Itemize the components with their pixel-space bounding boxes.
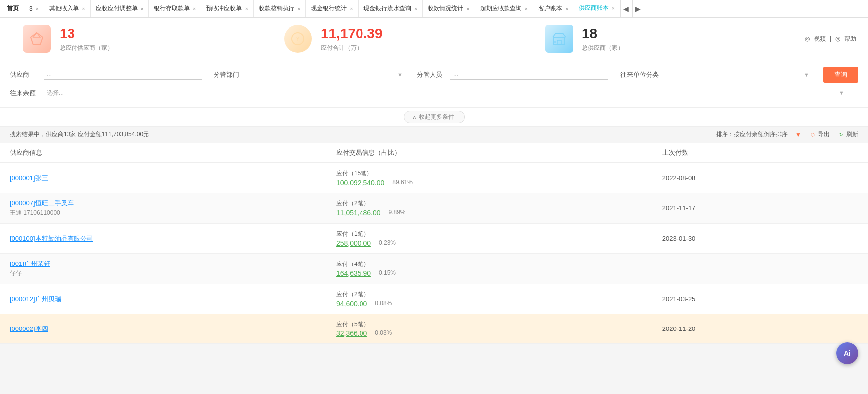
close-icon[interactable]: × [82, 6, 85, 12]
tx-info-cell: 应付（2笔） 94,600.00 0.08% [336, 290, 662, 308]
nav-tab-cash-flow-query[interactable]: 现金银行流水查询 × [359, 0, 423, 18]
nav-tab-home[interactable]: 首页 [2, 0, 24, 18]
refresh-label: 刷新 [846, 131, 858, 139]
payable-suppliers-number: 13 [60, 25, 113, 42]
close-icon[interactable]: × [525, 6, 528, 12]
refresh-button[interactable]: ↻ 刷新 [838, 131, 858, 139]
results-bar: 搜索结果中，供应商13家 应付金额111,703,854.00元 排序：按应付余… [0, 127, 868, 143]
filter-dept: 分管部门 ▼ [214, 70, 405, 80]
diamond-icon [22, 24, 52, 54]
balance-label: 往来余额 [10, 89, 40, 98]
payable-total-number: 11,170.39 [321, 25, 383, 42]
help-link[interactable]: 帮助 [844, 35, 856, 43]
nav-next-arrow[interactable]: ▶ [632, 0, 644, 18]
close-icon[interactable]: × [414, 6, 417, 12]
close-icon[interactable]: × [36, 6, 39, 12]
filter-row-2: 往来余额 选择... ▼ [10, 88, 858, 98]
tx-label: 应付（2笔） [336, 199, 662, 208]
tx-amount[interactable]: 11,051,486.00 [336, 209, 381, 217]
dept-select[interactable] [247, 70, 405, 80]
tx-amount[interactable]: 94,600.00 [336, 300, 367, 308]
tx-amount[interactable]: 100,092,540.00 [336, 179, 384, 187]
payable-suppliers-label: 总应付供应商（家） [60, 44, 113, 52]
export-label: 导出 [818, 131, 830, 139]
dept-select-wrapper: ▼ [247, 70, 405, 80]
close-icon[interactable]: × [565, 6, 568, 12]
summary-card-payable-suppliers: 13 总应付供应商（家） [10, 24, 271, 54]
supplier-link[interactable]: [001]广州荣轩 [10, 260, 336, 268]
close-icon[interactable]: × [297, 6, 300, 12]
col-header-tx: 应付交易信息（占比） [336, 148, 662, 157]
table-row: [000001]张三 应付（15笔） 100,092,540.00 89.61%… [0, 163, 868, 193]
tx-percent: 0.15% [379, 269, 396, 276]
tx-info-cell: 应付（4笔） 164,635.90 0.15% [336, 260, 662, 277]
nav-tab-other-income[interactable]: 其他收入单 × [44, 0, 90, 18]
close-icon[interactable]: × [245, 6, 248, 12]
export-icon: ⬡ [809, 131, 816, 138]
close-icon[interactable]: × [350, 6, 353, 12]
video-link[interactable]: 视频 [814, 35, 826, 43]
supplier-link[interactable]: [000002]李四 [10, 325, 336, 333]
balance-select[interactable]: 选择... [44, 88, 846, 98]
supplier-link[interactable]: [000007]恒旺二手叉车 [10, 199, 336, 208]
last-pay-cell: 2022-08-08 [662, 174, 858, 182]
supplier-input-wrapper [44, 69, 202, 80]
supplier-info-cell: [000100]本特勤油品有限公司 [10, 234, 336, 243]
collapse-label: 收起更多条件 [419, 113, 454, 121]
video-icon: ◎ [805, 35, 810, 42]
nav-tab-payment-stats[interactable]: 收款情况统计 × [423, 0, 475, 18]
table-row: [000012]广州贝瑞 应付（2笔） 94,600.00 0.08% 2021… [0, 284, 868, 314]
tx-percent: 0.08% [375, 300, 392, 307]
supplier-link[interactable]: [000100]本特勤油品有限公司 [10, 234, 336, 243]
nav-prev-arrow[interactable]: ◀ [620, 0, 632, 18]
tx-amount[interactable]: 164,635.90 [336, 269, 371, 277]
col-header-supplier: 供应商信息 [10, 148, 336, 157]
close-icon[interactable]: × [141, 6, 144, 12]
nav-tab-3[interactable]: 3 × [24, 0, 44, 18]
nav-tab-supplier-ledger[interactable]: 供应商账本 × [574, 0, 620, 18]
top-navigation: 首页 3 × 其他收入单 × 应收应付调整单 × 银行存取款单 × 预收冲应收单… [0, 0, 868, 18]
table-header: 供应商信息 应付交易信息（占比） 上次付数 [0, 143, 868, 163]
query-button[interactable]: 查询 [823, 67, 858, 83]
last-pay-cell: 2023-01-30 [662, 235, 858, 242]
collapse-button[interactable]: ∧ 收起更多条件 [404, 111, 465, 123]
export-button[interactable]: ⬡ 导出 [809, 131, 830, 139]
supplier-input[interactable] [44, 69, 202, 80]
table-row: [000100]本特勤油品有限公司 应付（1笔） 258,000.00 0.23… [0, 224, 868, 254]
tx-percent: 0.23% [379, 239, 396, 246]
nav-tab-customer-ledger[interactable]: 客户账本 × [533, 0, 574, 18]
close-icon[interactable]: × [466, 6, 469, 12]
filter-unit-class: 往来单位分类 ▼ [620, 70, 812, 80]
tx-amount[interactable]: 258,000.00 [336, 239, 371, 247]
table-body: [000001]张三 应付（15笔） 100,092,540.00 89.61%… [0, 163, 868, 344]
summary-bar: 13 总应付供应商（家） ¥ 11,170.39 应付合计（万） 18 总供应商… [0, 18, 868, 60]
tx-label: 应付（4笔） [336, 260, 662, 268]
supplier-info-cell: [000007]恒旺二手叉车 王通 17106110000 [10, 199, 336, 217]
tx-info-cell: 应付（5笔） 32,366.00 0.03% [336, 320, 662, 337]
tx-percent: 0.03% [375, 329, 392, 336]
nav-tab-overdue-query[interactable]: 超期应收款查询 × [475, 0, 533, 18]
unit-class-select[interactable] [663, 70, 812, 80]
results-summary: 搜索结果中，供应商13家 应付金额111,703,854.00元 [10, 131, 149, 139]
supplier-info-cell: [000002]李四 [10, 325, 336, 333]
nav-tab-ar-ap-adjust[interactable]: 应收应付调整单 × [91, 0, 149, 18]
nav-tab-bank-deposit[interactable]: 银行存取款单 × [149, 0, 201, 18]
supplier-link[interactable]: [000001]张三 [10, 174, 336, 183]
main-table: 供应商信息 应付交易信息（占比） 上次付数 [000001]张三 应付（15笔）… [0, 143, 868, 344]
tx-amount[interactable]: 32,366.00 [336, 329, 367, 337]
nav-tab-cash-bank-stats[interactable]: 现金银行统计 × [306, 0, 358, 18]
person-input[interactable] [450, 69, 608, 80]
balance-select-wrapper: 选择... ▼ [44, 88, 846, 98]
last-pay-date: 2021-03-25 [662, 295, 696, 303]
close-icon[interactable]: × [612, 5, 615, 11]
close-icon[interactable]: × [193, 6, 196, 12]
summary-card-total-suppliers: 18 总供应商（家） [532, 24, 793, 54]
table-row: [001]广州荣轩 仔仔 应付（4笔） 164,635.90 0.15% [0, 254, 868, 284]
nav-tab-payment-execute[interactable]: 收款核销执行 × [254, 0, 306, 18]
coin-icon: ¥ [283, 24, 313, 54]
nav-tab-prepay-offset[interactable]: 预收冲应收单 × [201, 0, 253, 18]
table-row: [000007]恒旺二手叉车 王通 17106110000 应付（2笔） 11,… [0, 193, 868, 224]
supplier-link[interactable]: [000012]广州贝瑞 [10, 295, 336, 304]
supplier-sub: 王通 17106110000 [10, 209, 336, 217]
store-icon [544, 24, 574, 54]
